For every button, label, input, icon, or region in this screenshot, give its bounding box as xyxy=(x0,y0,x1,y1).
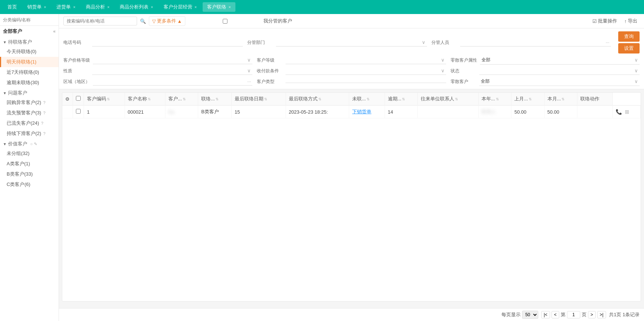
th-no-contact-days[interactable]: 未联...⇅ xyxy=(349,93,385,106)
select-all-checkbox[interactable] xyxy=(76,96,81,101)
th-this-year[interactable]: 本年...⇅ xyxy=(478,93,511,106)
sidebar-item-c-class[interactable]: C类客户(6) xyxy=(0,179,59,190)
set-button[interactable]: 设置 xyxy=(618,43,640,54)
nav-product-analysis-list[interactable]: 商品分析列表 × xyxy=(115,2,157,12)
th-last-month[interactable]: 上月...⇅ xyxy=(511,93,544,106)
sidebar-item-already-lost[interactable]: 已流失客户(24) ? xyxy=(0,118,59,128)
row-last-month: 50.00 xyxy=(544,106,577,118)
customer-price-level-field: 客户价格等级 ∨ xyxy=(63,56,252,64)
filter-bar-right: ☑ 批量操作 ↑ 导出 xyxy=(590,17,640,25)
customer-type-select[interactable] xyxy=(286,80,446,83)
nav-product-analysis[interactable]: 商品分析 × xyxy=(81,2,114,12)
close-customer-contact-icon[interactable]: × xyxy=(228,5,231,9)
sort-icon-thismonth: ⇅ xyxy=(561,97,564,101)
customer-price-level-select[interactable]: ∨ xyxy=(93,56,252,64)
row-checkbox[interactable] xyxy=(73,106,84,118)
more-conditions-btn[interactable]: ▽ 更多条件 ▲ xyxy=(149,16,185,26)
sidebar-item-tomorrow[interactable]: 明天待联络(1) xyxy=(0,57,59,67)
all-customers-header[interactable]: 全部客户 « xyxy=(0,26,59,37)
close-sales-order-icon[interactable]: × xyxy=(44,5,46,9)
nav-sales-order[interactable]: 销货单 × xyxy=(23,2,50,12)
table-row: 1 000021 Ea B类客户 15 2023-05-23 18:25: 下销… xyxy=(62,106,641,118)
collapse-icon: « xyxy=(53,29,56,34)
nav-purchase-order[interactable]: 进货单 × xyxy=(52,2,80,12)
pending-contact-group[interactable]: ▼ 待联络客户 xyxy=(0,37,59,46)
page-size-select[interactable]: 50 xyxy=(522,311,538,319)
th-last-contact-date[interactable]: 最后联络日期⇅ xyxy=(231,93,286,106)
value-customers-group[interactable]: ▼ 价值客户 ○ ✎ xyxy=(0,139,59,148)
retail-attr-select[interactable]: 全部 ∨ xyxy=(480,56,640,65)
customer-price-level-label: 客户价格等级 xyxy=(63,57,90,63)
batch-op-button[interactable]: ☑ 批量操作 xyxy=(590,17,619,25)
sidebar-item-today[interactable]: 今天待联络(0) xyxy=(0,46,59,57)
filter-search-icon[interactable]: 🔍 xyxy=(140,18,146,24)
sidebar-item-b-class[interactable]: B类客户(33) xyxy=(0,169,59,179)
dots-icon2: ··· xyxy=(247,79,251,84)
th-customer-category[interactable]: 客户...⇅ xyxy=(165,93,198,106)
row-contact-count: 15 xyxy=(231,106,286,118)
main-layout: 🔍 全部客户 « ▼ 待联络客户 今天待联络(0) 明天待联络(1) 近7天待联… xyxy=(0,14,644,321)
row-overdue xyxy=(417,106,478,118)
sidebar-item-repurchase[interactable]: 回购异常客户(2) ? xyxy=(0,97,59,108)
payment-cond-select[interactable]: ∨ xyxy=(286,67,446,75)
nav-home[interactable]: 首页 xyxy=(3,2,21,12)
search-input[interactable] xyxy=(63,17,137,25)
sidebar-item-overdue[interactable]: 逾期未联络(30) xyxy=(0,77,59,88)
status-select[interactable]: ∨ xyxy=(479,67,640,75)
last-page-btn[interactable]: >| xyxy=(597,311,606,318)
th-gear[interactable]: ⚙ xyxy=(62,93,73,106)
th-overdue[interactable]: 逾期...⇅ xyxy=(385,93,417,106)
row-last-contact-date: 2023-05-23 18:25: xyxy=(286,106,349,118)
row-unit-contact: 联系人 xyxy=(478,106,511,118)
th-last-contact-method[interactable]: 最后联络方式⇅ xyxy=(286,93,349,106)
page-number-input[interactable] xyxy=(567,311,580,318)
region-label: 区域（地区） xyxy=(63,79,90,85)
grid-action-icon[interactable]: ⊞ xyxy=(625,109,629,115)
my-customers-check[interactable] xyxy=(188,19,262,24)
customer-level-select[interactable]: ∨ xyxy=(286,56,446,64)
sidebar-item-unclassified[interactable]: 未分组(32) xyxy=(0,148,59,159)
page-size-label: 每页显示 xyxy=(501,311,521,318)
division-dept-label: 分管部门 xyxy=(247,39,273,46)
gender-select[interactable]: ∨ xyxy=(92,67,252,75)
nav-customer-stratification[interactable]: 客户分层经营 × xyxy=(159,2,201,12)
row-select-checkbox[interactable] xyxy=(76,109,81,114)
next-page-btn[interactable]: > xyxy=(588,311,596,318)
division-dept-select[interactable]: ∨ xyxy=(276,38,427,46)
close-product-analysis-list-icon[interactable]: × xyxy=(151,5,153,9)
scroll-bar[interactable] xyxy=(59,304,644,308)
th-contact-count[interactable]: 联络...⇅ xyxy=(198,93,231,106)
problem-customers-group[interactable]: ▼ 问题客户 xyxy=(0,88,59,97)
division-person-select[interactable]: ··· xyxy=(460,39,611,46)
close-product-analysis-icon[interactable]: × xyxy=(107,5,109,9)
close-purchase-order-icon[interactable]: × xyxy=(73,5,75,9)
sidebar-item-continued-down[interactable]: 持续下滑客户(2) ? xyxy=(0,128,59,139)
query-button[interactable]: 查询 xyxy=(618,31,640,42)
my-customers-checkbox[interactable]: 我分管的客户 xyxy=(188,18,292,24)
sidebar-item-week7[interactable]: 近7天待联络(0) xyxy=(0,67,59,77)
th-customer-name[interactable]: 客户名称⇅ xyxy=(125,93,165,106)
nav-customer-contact[interactable]: 客户联络 × xyxy=(203,2,235,12)
sidebar-item-lost-warning[interactable]: 流失预警客户(3) ? xyxy=(0,108,59,118)
th-unit-contact[interactable]: 往来单位联系人⇅ xyxy=(417,93,478,106)
sidebar-search-input[interactable] xyxy=(3,17,58,23)
retail-customer-select[interactable]: 全部 ∨ xyxy=(479,77,640,86)
division-dept-field: 分管部门 ∨ xyxy=(247,38,427,46)
phone-action-icon[interactable]: 📞 xyxy=(616,109,622,115)
export-button[interactable]: ↑ 导出 xyxy=(622,17,640,25)
phone-input[interactable] xyxy=(92,39,243,46)
footer-page-size: 每页显示 50 xyxy=(501,311,538,319)
region-select[interactable]: ··· xyxy=(93,78,252,86)
chevron-down-icon2: ∨ xyxy=(247,57,251,63)
prev-page-btn[interactable]: < xyxy=(552,311,559,318)
th-this-month[interactable]: 本月...⇅ xyxy=(544,93,577,106)
page-suffix: 页 xyxy=(582,311,587,318)
th-checkbox[interactable] xyxy=(73,93,84,106)
row-last-contact-method[interactable]: 下销货单 xyxy=(349,106,385,118)
row-action: 📞 ⊞ xyxy=(613,106,641,118)
close-customer-strat-icon[interactable]: × xyxy=(195,5,197,9)
dots-icon: ··· xyxy=(606,40,609,45)
first-page-btn[interactable]: |< xyxy=(541,311,550,318)
sidebar-item-a-class[interactable]: A类客户(1) xyxy=(0,159,59,169)
th-customer-code[interactable]: 客户编码⇅ xyxy=(84,93,125,106)
